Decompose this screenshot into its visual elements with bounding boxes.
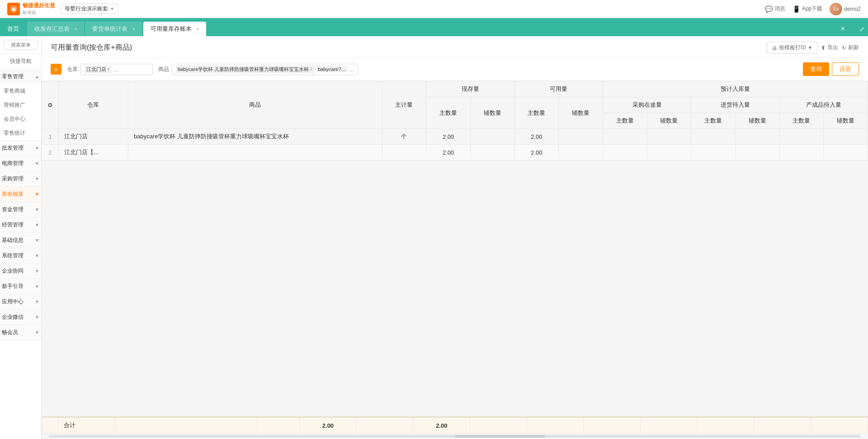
tab-receipt-close[interactable]: ×: [74, 26, 77, 32]
sidebar-item-retail-stats[interactable]: 零售统计: [0, 126, 41, 140]
product-filter-tag1: babycare学饮杯 儿童防摔防撞吸管杯重力球吸嘴杯宝宝水杯 ×: [176, 66, 314, 73]
sidebar-group-enterprise-title[interactable]: 企业协同 ▼: [0, 264, 41, 279]
sidebar-group-purchase-title[interactable]: 采购管理 ▼: [0, 171, 41, 186]
sidebar-item-online-shop[interactable]: 零售商城: [0, 84, 41, 98]
chevron-down-icon: ▼: [110, 6, 114, 11]
sidebar-group-ecom-title[interactable]: 电商管理 ▼: [0, 156, 41, 171]
sidebar-group-system-title[interactable]: 系统管理 ▼: [0, 248, 41, 263]
sidebar-group-business: 经营管理 ▼: [0, 217, 41, 233]
product-tag1-remove[interactable]: ×: [310, 67, 312, 72]
footer-inbound-main: [641, 418, 698, 434]
footer-product-aux: [811, 418, 868, 434]
sidebar-item-marketing[interactable]: 营销推广: [0, 98, 41, 112]
tab-home[interactable]: 首页: [0, 22, 26, 36]
username: demo2: [844, 6, 861, 12]
expand-filter-button[interactable]: »: [51, 64, 61, 75]
expand-nav-button[interactable]: ⤢: [856, 22, 868, 36]
app-download-button[interactable]: 📱 App下载: [793, 5, 822, 13]
th-warehouse: 仓库: [59, 81, 128, 129]
sidebar-group-appstore-title[interactable]: 应用中心 ▼: [0, 294, 41, 309]
tab-receipt[interactable]: 收发存汇总表 ×: [27, 22, 84, 36]
th-current-stock: 现存量: [426, 81, 514, 97]
sidebar-group-newbie-title[interactable]: 新手引导 ▼: [0, 279, 41, 294]
th-settings[interactable]: ⚙: [42, 81, 59, 129]
page-title: 可用量查询(按仓库+商品): [51, 43, 132, 52]
batch-arrow-icon: ▼: [35, 146, 39, 151]
row-available-main-1: 2.00: [514, 129, 559, 145]
export-button[interactable]: ⬆ 导出: [821, 44, 838, 52]
search-input[interactable]: [4, 40, 38, 50]
th-purchase-main: 主数量: [603, 113, 647, 129]
product-filter-more[interactable]: ...: [349, 66, 354, 73]
logo-area: 畅 畅捷通好生意 标准版: [7, 2, 55, 16]
template-print-button[interactable]: 🖨 按模板打印 ▼: [767, 42, 817, 54]
sidebar-item-members[interactable]: 会员中心: [0, 112, 41, 126]
mobile-icon: 📱: [793, 5, 800, 13]
tab-order-close[interactable]: ×: [132, 26, 135, 32]
row-available-aux-1: [559, 129, 603, 145]
sidebar-group-appstore: 应用中心 ▼: [0, 294, 41, 310]
table-row: 2 江北门店【... 2.00 2.00: [42, 145, 868, 160]
tab-inventory[interactable]: 可用量库存账本 ×: [143, 22, 206, 36]
sidebar-group-member-title[interactable]: 畅会员 ▼: [0, 325, 41, 340]
product-filter-input[interactable]: babycare学饮杯 儿童防摔防撞吸管杯重力球吸嘴杯宝宝水杯 × babyca…: [172, 64, 358, 75]
th-purchase-aux: 辅数量: [647, 113, 691, 129]
finance-arrow-icon: ▼: [35, 207, 39, 212]
th-available-main: 主数量: [514, 97, 559, 129]
user-menu[interactable]: Ea demo2: [830, 3, 861, 15]
sidebar-group-basic-title[interactable]: 基础信息 ▼: [0, 233, 41, 248]
setting-button[interactable]: 设置: [832, 62, 859, 76]
footer-empty-unit: [257, 418, 299, 434]
avatar: Ea: [830, 3, 842, 15]
member-label: 畅会员: [2, 329, 18, 336]
close-all-tabs[interactable]: ×: [834, 22, 852, 36]
footer-available-aux: [470, 418, 527, 434]
ecom-arrow-icon: ▼: [35, 161, 39, 166]
sidebar-group-member: 畅会员 ▼: [0, 325, 41, 340]
logo-icon: 畅: [7, 3, 20, 15]
sidebar-group-retail: 零售管理 ▲ 零售商城 营销推广 会员中心 零售统计: [0, 69, 41, 141]
table-wrapper: ⚙ 仓库 商品 主计量 现存量 可用量 预计入库量 主数量 辅数量: [42, 81, 868, 439]
main-layout: 快捷导航 零售管理 ▲ 零售商城 营销推广 会员中心 零售统计 批发管理 ▼ 电…: [0, 36, 868, 439]
th-product-aux: 辅数量: [824, 113, 868, 129]
message-button[interactable]: 💬 消息: [765, 5, 785, 13]
svg-text:畅: 畅: [12, 7, 16, 12]
sidebar-group-enterprise: 企业协同 ▼: [0, 264, 41, 279]
row-index-2: 2: [42, 145, 59, 160]
sidebar-group-wechat-title[interactable]: 企业微信 ▼: [0, 310, 41, 325]
scroll-thumb[interactable]: [455, 435, 545, 438]
warehouse-tag-remove[interactable]: ×: [107, 67, 110, 72]
th-product-main: 主数量: [779, 113, 824, 129]
query-button[interactable]: 查询: [803, 62, 829, 76]
row-inbound-aux-1: [735, 129, 779, 145]
sidebar-group-business-title[interactable]: 经营管理 ▼: [0, 217, 41, 232]
sidebar-group-finance-title[interactable]: 资金管理 ▼: [0, 202, 41, 217]
quick-nav-label: 快捷导航: [10, 58, 32, 64]
sidebar-group-batch-title[interactable]: 批发管理 ▼: [0, 141, 41, 156]
inventory-label: 库存核算: [2, 190, 24, 198]
sidebar-group-basic: 基础信息 ▼: [0, 233, 41, 248]
chevron-down-icon: ▼: [808, 45, 812, 50]
sidebar-group-retail-title[interactable]: 零售管理 ▲: [0, 69, 41, 84]
warehouse-filter-more[interactable]: ...: [113, 66, 119, 73]
tab-order[interactable]: 要货单统计表 ×: [85, 22, 142, 36]
filter-actions: 查询 设置: [803, 62, 859, 76]
footer-purchase-aux: [584, 418, 641, 434]
refresh-icon: ↻: [842, 45, 846, 51]
row-product-aux-2: [824, 145, 868, 160]
horizontal-scrollbar[interactable]: [42, 434, 868, 439]
sidebar-group-finance: 资金管理 ▼: [0, 202, 41, 217]
sidebar-group-inventory-title[interactable]: 库存核算 ▼: [0, 187, 41, 202]
expand-icon: »: [54, 66, 58, 73]
th-planned-inbound: 预计入库量: [603, 81, 868, 97]
sidebar-group-system: 系统管理 ▼: [0, 248, 41, 264]
refresh-button[interactable]: ↻ 刷新: [842, 44, 859, 52]
sidebar-item-quick-nav[interactable]: 快捷导航: [0, 54, 41, 69]
industry-selector[interactable]: 母婴行业演示账套 ▼: [61, 4, 118, 14]
basic-label: 基础信息: [2, 236, 24, 244]
row-inbound-main-2: [691, 145, 736, 160]
footer-total-area: 合计 2.00 2.00: [42, 416, 868, 434]
warehouse-filter-input[interactable]: 江北门店 × ...: [80, 64, 153, 75]
row-unit-1: 个: [382, 129, 426, 145]
tab-inventory-close[interactable]: ×: [196, 26, 199, 32]
